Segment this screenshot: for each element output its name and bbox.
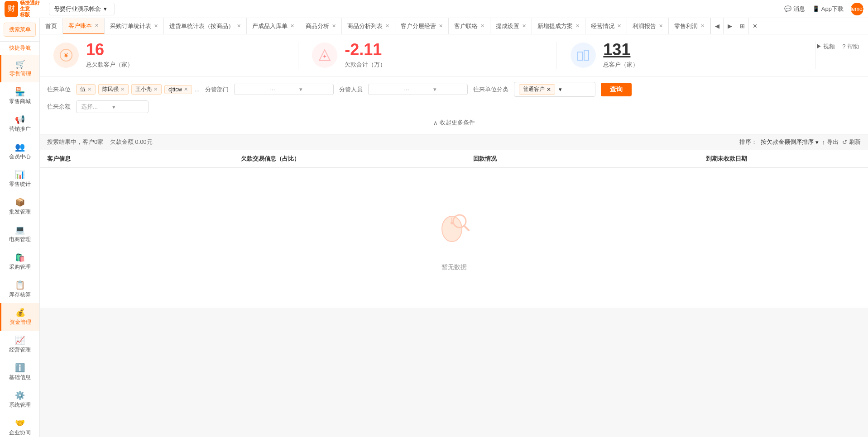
filter-tag-wu: 伍 ✕ — [76, 84, 96, 95]
tab-expand-button[interactable]: ⊞ — [736, 18, 748, 34]
logo-icon: 财 — [5, 1, 18, 17]
results-bar: 搜索结果中，客户0家 欠款金额 0.00元 排序： 按欠款金额倒序排序 ↑ 导出 — [40, 134, 868, 150]
filter-tag-chen-close[interactable]: ✕ — [120, 86, 125, 92]
tab-close-all-button[interactable]: ✕ — [748, 18, 761, 34]
stat-icon-pink: ✦ — [312, 43, 337, 68]
operations-icon: 📈 — [0, 335, 39, 345]
tab-close-profit-report[interactable]: ✕ — [659, 23, 663, 29]
sort-area: 排序： 按欠款金额倒序排序 ↑ 导出 ↺ 刷新 — [739, 138, 861, 146]
help-link[interactable]: ? 帮助 — [842, 43, 859, 51]
tab-close-customer-account[interactable]: ✕ — [95, 23, 99, 28]
person-filter-label: 分管人员 — [339, 86, 363, 94]
chevron-up-icon: ∧ — [433, 119, 438, 126]
refresh-icon: ↺ — [842, 139, 847, 146]
tab-close-product-analysis-list[interactable]: ✕ — [385, 23, 389, 29]
dept-filter-select[interactable]: ··· — [234, 84, 334, 95]
tab-close-customer-tier[interactable]: ✕ — [439, 23, 443, 29]
enterprise-coop-icon: 🤝 — [0, 418, 39, 428]
tab-operations-status[interactable]: 经营情况 ✕ — [585, 18, 627, 34]
tab-close-production-inbound[interactable]: ✕ — [290, 23, 294, 29]
sidebar-item-marketing[interactable]: 📢 营销推广 — [0, 110, 39, 138]
classify-filter-label: 往来单位分类 — [473, 86, 508, 94]
classify-filter[interactable]: 普通客户 ✕ — [514, 82, 595, 97]
collapse-filters-button[interactable]: ∧ 收起更多条件 — [47, 117, 861, 128]
tab-customer-contact[interactable]: 客户联络 ✕ — [449, 18, 490, 34]
tab-nav-prev[interactable]: ◀ — [710, 18, 723, 34]
search-menu-button[interactable]: 搜索菜单 — [4, 23, 36, 37]
sidebar-item-basic-info[interactable]: ℹ️ 基础信息 — [0, 358, 39, 386]
tab-close-operations-status[interactable]: ✕ — [617, 23, 621, 29]
filter-tag-cjttcw-close[interactable]: ✕ — [184, 86, 188, 92]
empty-state-icon — [432, 204, 477, 258]
tab-production-inbound[interactable]: 产成品入库单 ✕ — [247, 18, 300, 34]
sidebar-item-retail-mall[interactable]: 🏪 零售商城 — [0, 82, 39, 110]
basic-info-icon: ℹ️ — [0, 363, 39, 373]
quick-nav-button[interactable]: 快捷导航 — [0, 41, 39, 55]
tab-close-customer-contact[interactable]: ✕ — [480, 23, 484, 29]
tab-nav-next[interactable]: ▶ — [723, 18, 736, 34]
empty-state: 暂无数据 — [40, 168, 868, 308]
tab-product-analysis[interactable]: 商品分析 ✕ — [300, 18, 342, 34]
export-button[interactable]: ↑ 导出 — [822, 138, 839, 146]
tab-close-inbound-stats[interactable]: ✕ — [237, 23, 241, 29]
tab-product-analysis-list[interactable]: 商品分析列表 ✕ — [342, 18, 395, 34]
sidebar-item-enterprise-coop[interactable]: 🤝 企业协同 — [0, 413, 39, 437]
tab-customer-account[interactable]: 客户账本 ✕ — [63, 18, 105, 34]
download-icon: 📱 — [812, 5, 820, 12]
sidebar-item-ecommerce[interactable]: 💻 电商管理 — [0, 220, 39, 248]
sort-chevron-icon — [815, 139, 819, 146]
refresh-button[interactable]: ↺ 刷新 — [842, 138, 861, 146]
message-button[interactable]: 💬 消息 — [784, 5, 805, 13]
tab-close-product-analysis[interactable]: ✕ — [332, 23, 336, 29]
system-icon: ⚙️ — [0, 390, 39, 400]
tab-home[interactable]: 首页 — [40, 18, 63, 34]
app-download-button[interactable]: 📱 App下载 — [812, 5, 844, 13]
tab-inbound-stats[interactable]: 进货单统计表（按商品） ✕ — [164, 18, 247, 34]
tab-purchase-order-stats[interactable]: 采购订单统计表 ✕ — [105, 18, 164, 34]
remainder-chevron-icon — [112, 104, 144, 110]
sidebar-item-retail-stats[interactable]: 📊 零售统计 — [0, 165, 39, 193]
tab-close-commission-settings[interactable]: ✕ — [522, 23, 526, 29]
sidebar-item-operations[interactable]: 📈 经营管理 — [0, 331, 39, 358]
query-button[interactable]: 查询 — [601, 83, 632, 96]
tab-customer-tier[interactable]: 客户分层经营 ✕ — [395, 18, 449, 34]
filter-more-button[interactable]: ... — [195, 86, 200, 93]
tab-close-add-commission-plan[interactable]: ✕ — [575, 23, 580, 29]
finance-icon: 💰 — [1, 308, 39, 318]
tab-close-retail-profit[interactable]: ✕ — [700, 23, 705, 29]
sidebar-item-purchase[interactable]: 🛍️ 采购管理 — [0, 248, 39, 276]
tab-profit-report[interactable]: 利润报告 ✕ — [627, 18, 669, 34]
sidebar-item-batch-manage[interactable]: 📦 批发管理 — [0, 193, 39, 220]
sidebar-item-retail-manage[interactable]: 🛒 零售管理 — [0, 55, 39, 82]
col-header-debt: 欠款交易信息（占比） — [241, 155, 473, 163]
stat-value-debt-amount: -2.11 — [345, 42, 386, 58]
person-filter-select[interactable]: ··· — [368, 84, 468, 95]
table-header: 客户信息 欠款交易信息（占比） 回款情况 到期未收款日期 — [40, 150, 868, 168]
dept-filter-dots[interactable]: ··· — [270, 86, 300, 93]
video-link[interactable]: ▶ 视频 — [816, 43, 835, 51]
retail-mall-icon: 🏪 — [0, 87, 39, 97]
sort-label: 排序： — [739, 138, 757, 146]
dept-filter-label: 分管部门 — [205, 86, 229, 94]
tab-retail-profit[interactable]: 零售利润 ✕ — [669, 18, 710, 34]
dept-chevron-icon — [299, 86, 329, 93]
tab-add-commission-plan[interactable]: 新增提成方案 ✕ — [532, 18, 585, 34]
video-help-area: ▶ 视频 ? 帮助 — [816, 42, 859, 69]
message-icon: 💬 — [784, 5, 791, 12]
sidebar-item-member[interactable]: 👥 会员中心 — [0, 138, 39, 165]
sidebar-item-finance[interactable]: 💰 资金管理 — [0, 303, 39, 331]
sidebar-item-inventory[interactable]: 📋 库存核算 — [0, 276, 39, 303]
tab-close-purchase-order-stats[interactable]: ✕ — [154, 23, 158, 29]
sort-select[interactable]: 按欠款金额倒序排序 — [761, 138, 819, 146]
person-filter-dots[interactable]: ··· — [404, 86, 434, 93]
stat-total-debt-amount: ✦ -2.11 欠款合计（万） — [298, 42, 557, 69]
org-selector[interactable]: 母婴行业演示帐套 — [49, 3, 115, 15]
svg-rect-4 — [578, 52, 582, 60]
filter-tag-wang-close[interactable]: ✕ — [153, 86, 158, 92]
tab-commission-settings[interactable]: 提成设置 ✕ — [490, 18, 532, 34]
sidebar-item-system[interactable]: ⚙️ 系统管理 — [0, 386, 39, 413]
avatar[interactable]: demo2 — [851, 3, 863, 15]
filter-tag-wu-close[interactable]: ✕ — [87, 86, 91, 92]
classify-tag-close[interactable]: ✕ — [547, 86, 551, 93]
remainder-filter-select[interactable]: 选择... — [76, 100, 149, 113]
